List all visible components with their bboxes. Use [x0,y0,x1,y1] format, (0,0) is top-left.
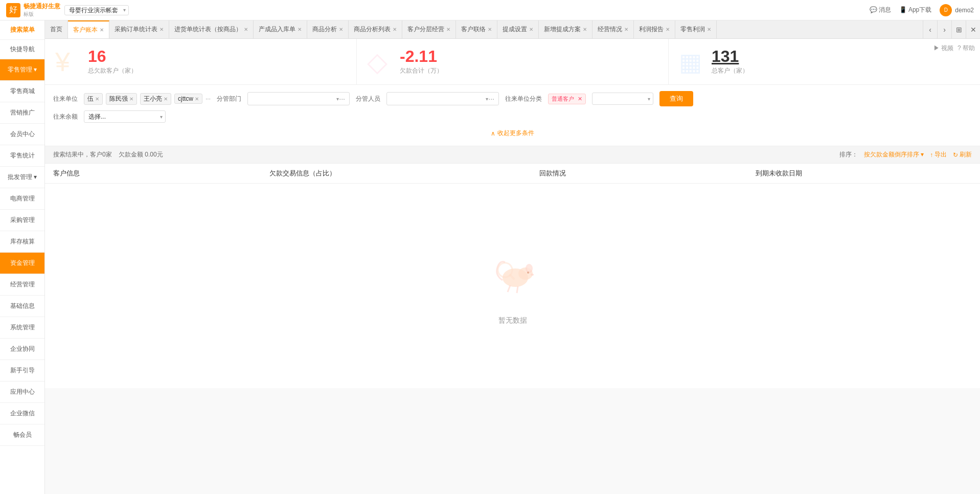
sidebar-item-sys-mgmt[interactable]: 系统管理 [0,317,44,339]
sort-select[interactable]: 按欠款金额倒序排序 ▾ [864,150,924,159]
query-button[interactable]: 查询 [659,91,693,106]
tab-add-promotion[interactable]: 新增提成方案 ✕ [539,20,592,39]
sidebar-item-ops-mgmt[interactable]: 经营管理 [0,274,44,296]
sidebar-item-newbie[interactable]: 新手引导 [0,360,44,381]
sidebar-item-marketing[interactable]: 营销推广 [0,102,44,124]
stat-customers-value: 16 [88,48,137,64]
tab-customer-segment-close[interactable]: ✕ [446,27,450,32]
filter-tag-chen-close[interactable]: ✕ [129,96,133,102]
help-btn[interactable]: ? 帮助 [958,44,975,53]
person-input[interactable] [391,95,486,102]
sidebar-item-purchase-mgmt[interactable]: 采购管理 [0,210,44,231]
app-download-btn[interactable]: 📱 App下载 [899,6,931,14]
industry-selector[interactable]: 母婴行业演示帐套 [64,5,129,15]
person-input-wrap: ▾ ··· [386,92,499,105]
tab-purchase-stats-product[interactable]: 进货单统计表（按商品） ✕ [169,20,254,39]
table-header: 客户信息 欠款交易信息（占比） 回款情况 到期未收款日期 [45,164,980,184]
tab-add-promotion-close[interactable]: ✕ [583,27,587,32]
remaining-select[interactable]: 选择... [84,110,166,123]
tab-nav-buttons: ‹ › ⊞ ✕ [923,20,980,39]
sidebar-item-retail-mall[interactable]: 零售商城 [0,81,44,102]
filter-row-2: 往来余额 选择... [53,110,972,123]
svg-line-6 [508,285,510,292]
tab-operations[interactable]: 经营情况 ✕ [592,20,634,39]
results-bar: 搜索结果中，客户0家 欠款金额 0.00元 排序： 按欠款金额倒序排序 ▾ ↑ … [45,146,980,164]
more-tags-btn[interactable]: ··· [206,95,211,102]
sidebar-item-inventory[interactable]: 库存核算 [0,231,44,253]
tab-menu-btn[interactable]: ⊞ [951,20,966,39]
person-ellipsis[interactable]: ··· [488,95,494,103]
tab-next-btn[interactable]: › [937,20,951,39]
filter-tag-cjttcw-close[interactable]: ✕ [195,96,199,102]
industry-selector-wrapper[interactable]: 母婴行业演示帐套 [64,5,129,15]
sidebar-item-enterprise-wechat[interactable]: 企业微信 [0,403,44,424]
sidebar-item-basic-info[interactable]: 基础信息 [0,296,44,317]
sidebar-item-app-center[interactable]: 应用中心 [0,381,44,403]
sidebar-item-ecommerce[interactable]: 电商管理 [0,188,44,210]
tab-promotion-settings-close[interactable]: ✕ [529,27,533,32]
sidebar-item-retail-mgmt[interactable]: 零售管理 ▾ [0,59,44,81]
refresh-btn[interactable]: ↻ 刷新 [953,150,972,159]
video-btn[interactable]: ▶ 视频 [933,44,953,53]
sidebar-item-vip-member[interactable]: 畅会员 [0,424,44,446]
content-area: 首页 客户账本 ✕ 采购订单统计表 ✕ 进货单统计表（按商品） ✕ 产成品入库单… [45,20,980,494]
sidebar-item-retail-stats[interactable]: 零售统计 [0,145,44,167]
tab-product-analysis-list[interactable]: 商品分析列表 ✕ [349,20,402,39]
tab-product-entry-close[interactable]: ✕ [298,27,302,32]
sidebar-item-enterprise[interactable]: 企业协同 [0,339,44,360]
remaining-select-wrapper[interactable]: 选择... [84,110,166,123]
filter-tag-wu-close[interactable]: ✕ [95,96,99,102]
tab-operations-close[interactable]: ✕ [624,27,628,32]
main-layout: 搜索菜单 快捷导航 零售管理 ▾ 零售商城 营销推广 会员中心 零售统计 批发管… [0,20,980,494]
stat-customers-content: 16 总欠款客户（家） [88,48,137,75]
tab-retail-profit-close[interactable]: ✕ [707,27,711,32]
dept-input[interactable] [252,95,336,102]
category-tags: 普通客户 ✕ [548,94,586,104]
filter-tag-wang-close[interactable]: ✕ [164,96,168,102]
stat-help-area: ▶ 视频 ? 帮助 [933,44,975,53]
page-content: ¥ 16 总欠款客户（家） ◇ -2.11 欠款合计（万） ▦ [45,39,980,494]
tab-promotion-settings[interactable]: 提成设置 ✕ [497,20,539,39]
filter-tag-wu: 伍 ✕ [84,93,103,105]
tab-prev-btn[interactable]: ‹ [923,20,937,39]
tab-customer-contact[interactable]: 客户联络 ✕ [456,20,497,39]
tab-home[interactable]: 首页 [45,20,68,39]
tab-profit-report[interactable]: 利润报告 ✕ [634,20,675,39]
sidebar-item-wholesale-mgmt[interactable]: 批发管理 ▾ [0,167,44,188]
tab-customer-contact-close[interactable]: ✕ [488,27,492,32]
tab-purchase-order-stats[interactable]: 采购订单统计表 ✕ [109,20,169,39]
category-select-wrapper[interactable] [592,93,653,105]
tab-purchase-order-stats-close[interactable]: ✕ [159,27,164,32]
header-left: 好 畅捷通好生意 标版 母婴行业演示帐套 [6,2,129,18]
sidebar-quicknav[interactable]: 快捷导航 [0,40,44,59]
tab-retail-profit[interactable]: 零售利润 ✕ [675,20,717,39]
results-summary: 搜索结果中，客户0家 欠款金额 0.00元 [53,150,163,159]
tab-product-analysis[interactable]: 商品分析 ✕ [307,20,349,39]
tab-product-entry[interactable]: 产成品入库单 ✕ [254,20,307,39]
header-right: 💬 消息 📱 App下载 D demo2 [870,4,974,16]
tab-accounts[interactable]: 客户账本 ✕ [68,20,109,39]
user-area: D demo2 [940,4,974,16]
logo-text: 畅捷通好生意 标版 [24,2,60,18]
tab-accounts-close[interactable]: ✕ [100,27,104,33]
collapse-btn[interactable]: ∧ 收起更多条件 [53,127,972,140]
stat-debt: ◇ -2.11 欠款合计（万） [357,39,669,84]
tab-product-analysis-list-close[interactable]: ✕ [393,27,397,32]
sidebar-search[interactable]: 搜索菜单 [0,20,44,40]
tab-customer-segment[interactable]: 客户分层经营 ✕ [402,20,456,39]
sidebar-item-finance[interactable]: 资金管理 [0,253,44,274]
export-btn[interactable]: ↑ 导出 [930,150,947,159]
sidebar-item-member-center[interactable]: 会员中心 [0,124,44,145]
category-tag-normal: 普通客户 ✕ [548,94,586,104]
messages-btn[interactable]: 💬 消息 [870,6,891,14]
stat-total-content: 131 总客户（家） [712,48,748,75]
tab-close-all-btn[interactable]: ✕ [966,20,980,39]
tab-purchase-stats-product-close[interactable]: ✕ [244,27,248,32]
remaining-label: 往来余额 [53,113,78,121]
dept-ellipsis[interactable]: ··· [339,95,345,103]
tab-profit-report-close[interactable]: ✕ [666,27,670,32]
category-select[interactable] [592,93,653,105]
category-tag-close[interactable]: ✕ [578,96,582,102]
tab-product-analysis-close[interactable]: ✕ [339,27,343,32]
empty-icon [487,247,538,308]
